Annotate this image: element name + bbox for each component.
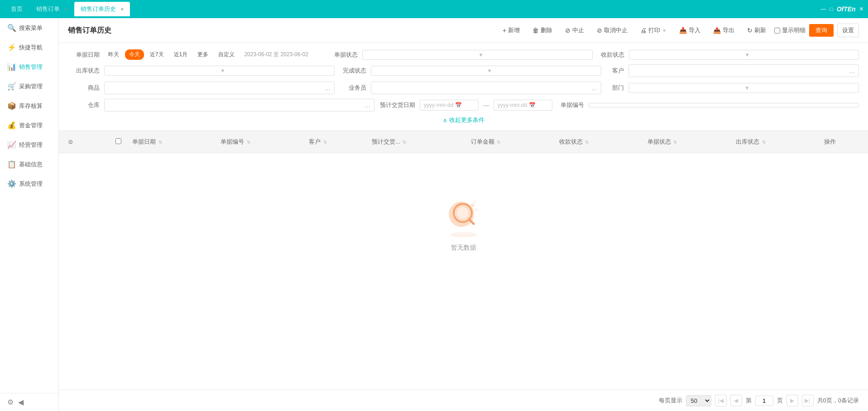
sidebar-item-sales-mgmt[interactable]: 📊 销售管理 (0, 57, 58, 77)
sidebar-item-system-mgmt[interactable]: ⚙️ 系统管理 (0, 174, 58, 193)
last30-btn[interactable]: 近1月 (170, 49, 192, 60)
col-no-label: 单据编号 (221, 138, 244, 145)
col-delivery-status-label: 出库状态 (736, 138, 759, 145)
refresh-label: 刷新 (754, 26, 766, 34)
goods-input-area[interactable]: ... (104, 82, 335, 94)
tab-sales-order-history-close[interactable]: × (120, 6, 123, 12)
col-order-status[interactable]: 单据状态 ⇅ (642, 131, 730, 153)
operations-icon: 📈 (7, 140, 15, 149)
settings-button[interactable]: 设置 (837, 24, 859, 37)
inventory-icon: 📦 (7, 102, 15, 110)
last-page-btn[interactable]: ▶| (802, 395, 814, 406)
salesperson-input-area[interactable]: ... (371, 82, 601, 94)
search-menu-icon: 🔍 (7, 24, 15, 32)
display-detail-checkbox[interactable] (774, 28, 780, 34)
goods-ellipsis[interactable]: ... (325, 84, 331, 92)
col-delivery-status[interactable]: 出库状态 ⇅ (730, 131, 819, 153)
completion-status-select[interactable]: ▼ (371, 66, 601, 76)
display-detail-checkbox-label[interactable]: 显示明细 (774, 26, 806, 34)
today-btn[interactable]: 今天 (125, 49, 144, 60)
date-to-placeholder: yyyy-mm-dd (498, 102, 527, 108)
first-page-btn[interactable]: |◀ (715, 395, 727, 406)
calendar-to-icon[interactable]: 📅 (529, 102, 536, 108)
date-label: 单据日期 (68, 51, 100, 59)
export-button[interactable]: 📤 导出 (709, 24, 739, 37)
next-page-btn[interactable]: ▶ (786, 395, 798, 406)
sidebar-item-purchase-mgmt[interactable]: 🛒 采购管理 (0, 77, 58, 96)
sidebar-settings-icon[interactable]: ⚙ (7, 398, 14, 406)
sidebar-collapse-icon[interactable]: ◀ (18, 398, 24, 406)
warehouse-ellipsis[interactable]: ... (364, 101, 370, 109)
yesterday-btn[interactable]: 昨天 (104, 49, 123, 60)
table-area: ⚙ 单据日期 ⇅ 单据编号 ⇅ (59, 131, 868, 390)
tab-sales-order-history[interactable]: 销售订单历史 × (74, 2, 129, 16)
per-page-select[interactable]: 50 10 20 100 (686, 395, 711, 406)
filter-row-2: 出库状态 ▼ 完成状态 ▼ 客户 ... (68, 64, 859, 77)
order-no-input[interactable] (589, 103, 859, 107)
department-select[interactable]: ▼ (628, 83, 859, 93)
delete-label: 删除 (541, 26, 552, 34)
sidebar-item-quick-nav[interactable]: ⚡ 快捷导航 (0, 38, 58, 57)
refresh-button[interactable]: ↻ 刷新 (743, 24, 771, 37)
tab-home[interactable]: 首页 (5, 2, 29, 16)
col-expected-date[interactable]: 预计交货... ⇅ (366, 131, 465, 153)
refresh-icon: ↻ (747, 27, 753, 34)
custom-btn[interactable]: 自定义 (214, 49, 239, 60)
department-label: 部门 (606, 84, 624, 92)
import-button[interactable]: 📥 导入 (675, 24, 705, 37)
column-settings-btn[interactable]: ⚙ (64, 135, 77, 148)
calendar-from-icon[interactable]: 📅 (455, 102, 462, 108)
col-payment-status[interactable]: 收款状态 ⇅ (554, 131, 642, 153)
col-date[interactable]: 单据日期 ⇅ (127, 131, 215, 153)
quick-nav-icon: ⚡ (7, 43, 15, 52)
last7-btn[interactable]: 近7天 (146, 49, 168, 60)
tab-sales-order[interactable]: 销售订单 × (30, 2, 73, 16)
new-button[interactable]: + 新增 (498, 24, 524, 37)
stop-icon: ⊘ (565, 27, 571, 34)
expected-date-label: 预计交货日期 (379, 101, 415, 109)
warehouse-input-area[interactable]: ... (104, 99, 374, 111)
topbar-close-btn[interactable]: — (820, 6, 826, 12)
col-customer[interactable]: 客户 ⇅ (303, 131, 366, 153)
total-info: 共0页，0条记录 (817, 396, 859, 405)
delivery-status-select[interactable]: ▼ (104, 66, 335, 76)
payment-status-select[interactable]: ▼ (629, 50, 859, 60)
order-status-select[interactable]: ▼ (362, 50, 592, 60)
col-amount[interactable]: 订单金额 ⇅ (465, 131, 554, 153)
delivery-status-label: 出库状态 (68, 67, 100, 75)
topbar-exit-btn[interactable]: × (859, 5, 863, 13)
more-btn[interactable]: 更多 (193, 49, 212, 60)
sidebar-item-basic-info[interactable]: 📋 基础信息 (0, 155, 58, 174)
topbar-min-btn[interactable]: □ (830, 6, 833, 12)
print-button[interactable]: 🖨 打印 ▼ (636, 24, 671, 37)
svg-point-5 (471, 203, 475, 207)
customer-input-area[interactable]: ... (628, 64, 859, 77)
sidebar: 🔍 搜索菜单 ⚡ 快捷导航 📊 销售管理 🛒 采购管理 📦 库存核算 💰 资金管… (0, 18, 59, 411)
order-status-arrow: ▼ (479, 52, 589, 58)
delete-button[interactable]: 🗑 删除 (528, 24, 557, 37)
query-button[interactable]: 查询 (809, 24, 834, 37)
sidebar-label-finance: 资金管理 (19, 121, 43, 130)
tab-sales-order-close[interactable]: × (64, 6, 67, 12)
page-input[interactable] (755, 396, 773, 406)
date-filter-control: 昨天 今天 近7天 近1月 更多 自定义 2023-06-02 至 2023-0… (104, 49, 326, 60)
empty-text: 暂无数据 (451, 244, 476, 252)
select-all-checkbox[interactable] (115, 138, 121, 144)
collapse-button[interactable]: ∧ 收起更多条件 (68, 116, 859, 124)
col-no[interactable]: 单据编号 ⇅ (215, 131, 303, 153)
sidebar-label-system-mgmt: 系统管理 (19, 180, 43, 188)
svg-point-0 (450, 232, 477, 237)
col-expected-date-label: 预计交货... (372, 138, 400, 145)
date-from-input[interactable]: yyyy-mm-dd 📅 (420, 100, 479, 111)
sidebar-item-search-menu[interactable]: 🔍 搜索菜单 (0, 18, 58, 38)
stop-button[interactable]: ⊘ 中止 (561, 24, 589, 37)
sidebar-item-finance[interactable]: 💰 资金管理 (0, 116, 58, 135)
customer-ellipsis[interactable]: ... (849, 67, 855, 75)
cancel-stop-button[interactable]: ⊘ 取消中止 (592, 24, 632, 37)
sidebar-bottom: ⚙ ◀ (0, 393, 58, 411)
prev-page-btn[interactable]: ◀ (730, 395, 742, 406)
salesperson-ellipsis[interactable]: ... (591, 84, 597, 92)
date-to-input[interactable]: yyyy-mm-dd 📅 (494, 100, 552, 111)
sidebar-item-inventory[interactable]: 📦 库存核算 (0, 96, 58, 116)
sidebar-item-operations[interactable]: 📈 经营管理 (0, 135, 58, 155)
